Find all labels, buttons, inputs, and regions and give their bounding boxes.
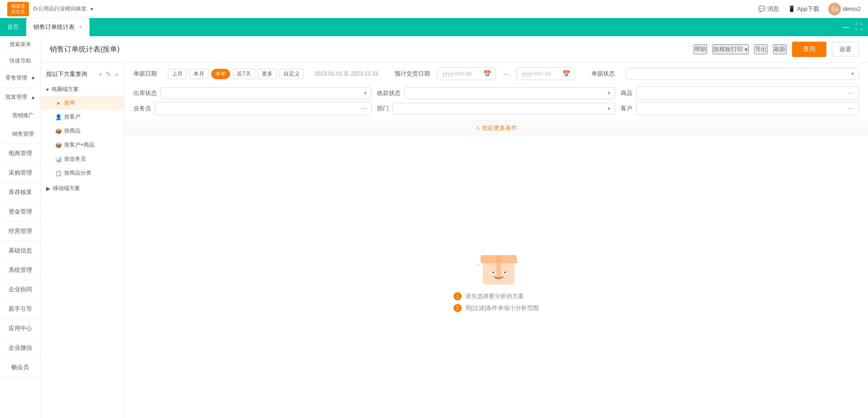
sidebar-item-newbie[interactable]: 新手引导: [0, 299, 40, 318]
tab-close-icon[interactable]: ×: [79, 24, 82, 30]
print-btn[interactable]: 按模板打印 ▾: [712, 44, 749, 54]
goods-select[interactable]: ···: [636, 86, 859, 100]
chevron-up-icon: ▴: [32, 94, 35, 100]
sidebar-item-system[interactable]: 系统管理: [0, 261, 40, 280]
status-select[interactable]: ▾: [626, 68, 859, 80]
message-icon: 💬: [758, 5, 765, 12]
empty-state: ✦ ✦ 1 请先选择要分析的方案 2 用[过滤]条件来缩小分析范围: [124, 136, 868, 418]
desktop-schemes: ▾ 电脑端方案 ● 按单 👤 按客户 📦 按商品: [41, 83, 124, 180]
left-panel-header: 按以下方案查询 + ✎ «: [41, 67, 124, 81]
message-btn[interactable]: 💬 消息: [758, 5, 779, 13]
sidebar-section-ops: 经营管理: [0, 222, 40, 241]
date-btn-custom[interactable]: 自定义: [279, 69, 304, 79]
maximize-icon[interactable]: ⛶: [855, 23, 863, 31]
sidebar-item-appcenter[interactable]: 应用中心: [0, 319, 40, 338]
sidebar-section-newbie: 新手引导: [0, 299, 40, 319]
avatar: Ea: [828, 3, 841, 15]
filter-cell-department: 部门 ▾: [377, 102, 615, 115]
desktop-group-header[interactable]: ▾ 电脑端方案: [41, 83, 124, 96]
left-panel-title: 按以下方案查询: [46, 70, 87, 78]
filter-cell-goods: 商品 ···: [621, 86, 859, 100]
user-menu[interactable]: Ea demo2: [828, 3, 861, 15]
export-btn[interactable]: 导出: [754, 44, 768, 54]
app-download-btn[interactable]: 📱 App下载: [788, 5, 819, 13]
desktop-group-arrow: ▾: [46, 86, 49, 93]
sidebar-item-sales[interactable]: 销售管理: [0, 125, 40, 143]
scheme-item-商品分类[interactable]: 📋 按商品分类: [41, 166, 124, 180]
date-btn-thismonth[interactable]: 本月: [189, 69, 208, 79]
filter-date-row-inner: 单据日期 上月 本月 本年 近7天 更多 自定义 2023-01-01 至 20…: [133, 67, 859, 80]
setting-btn[interactable]: 设置: [832, 42, 859, 57]
svg-text:✦: ✦: [514, 259, 519, 266]
sidebar-search[interactable]: 搜索菜单: [0, 36, 40, 53]
title-dropdown[interactable]: ▾: [90, 6, 93, 12]
date-btn-7days[interactable]: 近7天: [233, 69, 255, 79]
expected-date-end[interactable]: yyyy-mm-dd 📅: [516, 67, 575, 80]
download-icon: 📱: [788, 5, 795, 12]
inner-layout: 按以下方案查询 + ✎ « ▾ 电脑端方案 ● 按单: [41, 63, 868, 418]
expected-date-label: 预计交货日期: [395, 70, 430, 78]
add-scheme-icon[interactable]: +: [99, 71, 102, 78]
sidebar-item-ecom[interactable]: 电商管理: [0, 144, 40, 163]
payment-select[interactable]: ▾: [404, 87, 615, 99]
scheme-customer-icon: 👤: [55, 114, 61, 120]
filter-cell-salesperson: 业务员 ···: [133, 102, 372, 115]
department-label: 部门: [377, 104, 389, 113]
edit-scheme-icon[interactable]: ✎: [106, 71, 111, 78]
sidebar-item-basic[interactable]: 基础信息: [0, 241, 40, 260]
app-title: 办公用品行业模拟账套: [33, 5, 87, 13]
top-bar-left: 畅捷通好生意 办公用品行业模拟账套 ▾: [7, 2, 93, 16]
empty-step-2-text: 用[过滤]条件来缩小分析范围: [465, 304, 539, 312]
salesperson-select[interactable]: ···: [155, 102, 372, 115]
collapse-panel-icon[interactable]: «: [115, 71, 118, 78]
sidebar-section-appcenter: 应用中心: [0, 319, 40, 338]
department-select[interactable]: ▾: [392, 103, 615, 114]
date-btn-more[interactable]: 更多: [258, 69, 277, 79]
sidebar-item-retail[interactable]: 零售管理 ▾: [0, 69, 40, 87]
minimize-icon[interactable]: —: [843, 23, 850, 31]
empty-step-1: 1 请先选择要分析的方案: [453, 292, 539, 300]
sidebar-item-member[interactable]: 畅会员: [0, 358, 40, 377]
collapse-bar[interactable]: ∧ 收起更多条件: [124, 120, 868, 136]
query-btn[interactable]: 查询: [792, 42, 826, 57]
main-layout: 搜索菜单 快捷导航 零售管理 ▾ 批发管理 ▴ 营销推广 销售管理 电商管理 采…: [0, 36, 868, 418]
step-num-2: 2: [453, 304, 462, 312]
scheme-item-客户[interactable]: 👤 按客户: [41, 110, 124, 124]
sidebar-item-inventory[interactable]: 库存核算: [0, 183, 40, 202]
chevron-down-icon: ▾: [32, 75, 35, 81]
sidebar-item-corp[interactable]: 企业协同: [0, 280, 40, 299]
scheme-sales-icon: 📊: [55, 156, 61, 162]
scheme-item-商品[interactable]: 📦 按商品: [41, 124, 124, 138]
sidebar: 搜索菜单 快捷导航 零售管理 ▾ 批发管理 ▴ 营销推广 销售管理 电商管理 采…: [0, 36, 41, 418]
expected-date-start[interactable]: yyyy-mm-dd 📅: [437, 67, 496, 80]
sidebar-section-ecom: 电商管理: [0, 144, 40, 163]
tab-home[interactable]: 首页: [0, 18, 26, 36]
sidebar-quick-nav[interactable]: 快捷导航: [0, 53, 40, 69]
sidebar-item-wholesale[interactable]: 批发管理 ▴: [0, 88, 40, 106]
mobile-group-header[interactable]: ▶ 移动端方案: [41, 182, 124, 195]
customer-select[interactable]: ···: [636, 102, 859, 115]
sidebar-section-wechat: 企业微信: [0, 338, 40, 358]
sidebar-item-marketing[interactable]: 营销推广: [0, 106, 40, 125]
sidebar-section-basic: 基础信息: [0, 241, 40, 261]
page-actions: 帮助 按模板打印 ▾ 导出 刷新 查询 设置: [693, 42, 859, 57]
scheme-item-单[interactable]: ● 按单: [41, 96, 124, 110]
date-label: 单据日期: [133, 70, 160, 78]
date-btn-lastmonth[interactable]: 上月: [168, 69, 187, 79]
sidebar-item-wechat[interactable]: 企业微信: [0, 338, 40, 357]
print-dropdown-icon: ▾: [745, 46, 748, 53]
empty-step-1-text: 请先选择要分析的方案: [465, 292, 524, 300]
tab-sales-order-stats[interactable]: 销售订单统计表 ×: [26, 18, 90, 36]
help-btn[interactable]: 帮助: [693, 44, 707, 54]
sidebar-section-retail: 零售管理 ▾: [0, 69, 40, 88]
sidebar-item-ops[interactable]: 经营管理: [0, 222, 40, 241]
refresh-btn[interactable]: 刷新: [773, 44, 787, 54]
date-btn-thisyear[interactable]: 本年: [211, 69, 230, 79]
scheme-item-业务员[interactable]: 📊 按业务员: [41, 152, 124, 166]
sidebar-item-finance[interactable]: 资金管理: [0, 202, 40, 221]
sidebar-item-purchase[interactable]: 采购管理: [0, 163, 40, 182]
svg-point-6: [504, 271, 506, 273]
scheme-item-客户商品[interactable]: 📦 按客户+商品: [41, 138, 124, 152]
salesperson-dots-icon: ···: [361, 104, 367, 113]
shipment-select[interactable]: ▾: [160, 87, 372, 99]
